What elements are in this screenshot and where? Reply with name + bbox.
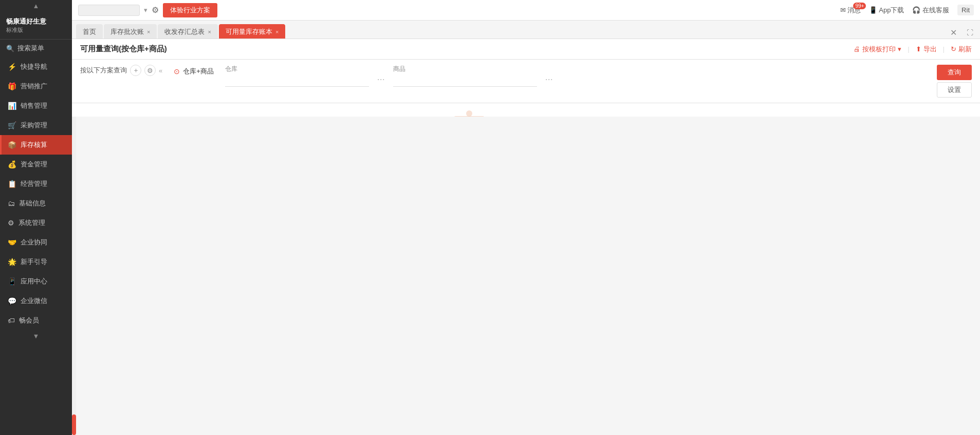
sidebar-item-marketing[interactable]: 🎁 营销推广 [0, 77, 72, 96]
filter-actions: 查询 设置 [937, 65, 972, 98]
tab-batch-ledger[interactable]: 库存批次账 × [104, 24, 157, 39]
filter-area: 按以下方案查询 ＋ ⚙ « ⊙ 仓库+商品 仓库 ··· 商品 [72, 60, 980, 103]
purchase-icon: 🛒 [8, 121, 16, 129]
tab-batch-ledger-label: 库存批次账 [110, 27, 144, 36]
refresh-icon: ↻ [951, 45, 956, 53]
sidebar-item-member[interactable]: 🏷 畅会员 [0, 311, 72, 330]
tabs-bar: 首页 库存批次账 × 收发存汇总表 × 可用量库存账本 × ✕ ⛶ [72, 21, 980, 39]
search-menu-label: 搜索菜单 [17, 44, 44, 53]
trial-button[interactable]: 体验行业方案 [163, 3, 217, 17]
tabs-right-controls: ✕ ⛶ [947, 26, 976, 39]
tab-home-label: 首页 [83, 27, 96, 36]
sidebar: ▲ 畅康通好生意 标准版 🔍 搜索菜单 ⚡ 快捷导航 🎁 营销推广 📊 销售管理… [0, 0, 72, 435]
sidebar-item-inventory[interactable]: 📦 库存核算 [0, 135, 72, 155]
member-icon: 🏷 [8, 316, 15, 325]
sidebar-item-system[interactable]: ⚙ 系统管理 [0, 213, 72, 233]
sidebar-logo: 畅康通好生意 标准版 [0, 12, 72, 40]
message-button[interactable]: ✉ 消息 99+ [840, 6, 861, 15]
tab-receivable-summary-close[interactable]: × [208, 29, 211, 35]
sidebar-item-business[interactable]: 📋 经营管理 [0, 174, 72, 194]
sidebar-item-guide[interactable]: 🌟 新手引导 [0, 252, 72, 272]
sidebar-item-finance[interactable]: 💰 资金管理 [0, 155, 72, 174]
chevron-down-icon[interactable]: ▾ [144, 6, 147, 14]
sidebar-item-sales[interactable]: 📊 销售管理 [0, 96, 72, 116]
tab-close-button[interactable]: ✕ [947, 26, 959, 39]
filter-scheme-controls: 按以下方案查询 ＋ ⚙ « [80, 65, 162, 76]
guide-icon: 🌟 [8, 258, 16, 266]
tab-home[interactable]: 首页 [76, 24, 103, 39]
sidebar-item-label: 库存核算 [21, 140, 47, 149]
tab-available-ledger[interactable]: 可用量库存账本 × [219, 24, 285, 39]
query-button[interactable]: 查询 [937, 65, 972, 80]
svg-point-9 [466, 110, 472, 117]
search-icon: 🔍 [6, 45, 14, 52]
sidebar-search[interactable]: 🔍 搜索菜单 [0, 40, 72, 57]
message-icon: ✉ [840, 6, 846, 14]
inventory-icon: 📦 [8, 141, 16, 149]
sidebar-item-label: 畅会员 [19, 316, 39, 325]
warehouse-more-icon[interactable]: ··· [377, 74, 385, 85]
filter-scheme-label: 按以下方案查询 [80, 66, 127, 75]
sidebar-item-appstore[interactable]: 📱 应用中心 [0, 272, 72, 291]
sidebar-scroll-up[interactable]: ▲ [0, 0, 72, 12]
tab-receivable-summary-label: 收发存汇总表 [164, 27, 205, 36]
product-more-icon[interactable]: ··· [545, 74, 553, 85]
sidebar-item-label: 销售管理 [21, 101, 47, 110]
version-label: 标准版 [6, 26, 66, 34]
scrollbar-thumb[interactable] [72, 414, 76, 435]
sidebar-item-label: 采购管理 [21, 121, 47, 130]
sidebar-item-label: 营销推广 [21, 82, 47, 91]
add-scheme-button[interactable]: ＋ [130, 65, 141, 76]
tab-expand-button[interactable]: ⛶ [964, 26, 976, 39]
sidebar-item-shortcut[interactable]: ⚡ 快捷导航 [0, 57, 72, 77]
warehouse-input[interactable] [225, 74, 369, 87]
sidebar-item-purchase[interactable]: 🛒 采购管理 [0, 116, 72, 135]
marketing-icon: 🎁 [8, 82, 16, 90]
empty-robot-illustration [443, 103, 495, 117]
app-download-link[interactable]: 📱 App下载 [869, 6, 904, 15]
main-area: ▾ ⚙ 体验行业方案 ✉ 消息 99+ 📱 App下载 🎧 在线客服 Rit 首… [72, 0, 980, 435]
sidebar-item-basic[interactable]: 🗂 基础信息 [0, 194, 72, 213]
topbar-right: ✉ 消息 99+ 📱 App下载 🎧 在线客服 Rit [840, 5, 974, 15]
scheme-item-warehouse-product[interactable]: ⊙ 仓库+商品 [169, 65, 219, 78]
sidebar-item-corp[interactable]: 🤝 企业协同 [0, 233, 72, 252]
sidebar-scroll-down[interactable]: ▼ [0, 330, 72, 342]
sidebar-item-label: 快捷导航 [21, 62, 47, 71]
tab-receivable-summary[interactable]: 收发存汇总表 × [158, 24, 217, 39]
refresh-label: 刷新 [958, 45, 972, 54]
print-action[interactable]: 🖨 按模板打印 ▾ [854, 45, 901, 54]
message-badge: 99+ [853, 3, 866, 9]
filter-fields: 仓库 ··· 商品 ··· [225, 65, 937, 87]
user-name-display[interactable]: Rit [957, 5, 974, 15]
business-icon: 📋 [8, 180, 16, 188]
online-service-link[interactable]: 🎧 在线客服 [912, 6, 949, 15]
export-label: 导出 [923, 45, 937, 54]
corp-icon: 🤝 [8, 238, 16, 247]
system-icon: ⚙ [8, 219, 14, 227]
tab-batch-ledger-close[interactable]: × [147, 29, 150, 35]
shortcut-icon: ⚡ [8, 63, 16, 71]
collapse-scheme-button[interactable]: « [159, 67, 162, 74]
refresh-action[interactable]: ↻ 刷新 [951, 45, 972, 54]
brand-name: 畅康通好生意 [6, 17, 66, 26]
right-scrollbar[interactable] [72, 117, 76, 435]
warehouse-label: 仓库 [225, 65, 369, 73]
settings-scheme-button[interactable]: ⚙ [144, 65, 156, 76]
sidebar-item-wechat[interactable]: 💬 企业微信 [0, 291, 72, 311]
gear-icon[interactable]: ⚙ [152, 5, 159, 15]
page-actions: 🖨 按模板打印 ▾ | ⬆ 导出 | ↻ 刷新 [854, 45, 972, 54]
empty-state-content: 1 请先选择要分析的方案 2 用[过滤]条件来缩小分析范围 [443, 103, 608, 117]
empty-state: 1 请先选择要分析的方案 2 用[过滤]条件来缩小分析范围 [72, 103, 980, 117]
filter-field-product: 商品 [393, 65, 537, 87]
sidebar-item-label: 企业协同 [21, 238, 47, 247]
tab-available-ledger-close[interactable]: × [275, 29, 279, 35]
product-input[interactable] [393, 74, 537, 87]
separator2: | [943, 45, 945, 53]
scheme-list: ⊙ 仓库+商品 [169, 65, 219, 78]
page-header: 可用量查询(按仓库+商品) 🖨 按模板打印 ▾ | ⬆ 导出 | ↻ 刷新 [72, 39, 980, 60]
export-action[interactable]: ⬆ 导出 [916, 45, 937, 54]
topbar-search-input[interactable] [78, 5, 140, 16]
tab-available-ledger-label: 可用量库存账本 [226, 27, 272, 36]
settings-button[interactable]: 设置 [937, 82, 972, 98]
export-icon: ⬆ [916, 45, 921, 53]
